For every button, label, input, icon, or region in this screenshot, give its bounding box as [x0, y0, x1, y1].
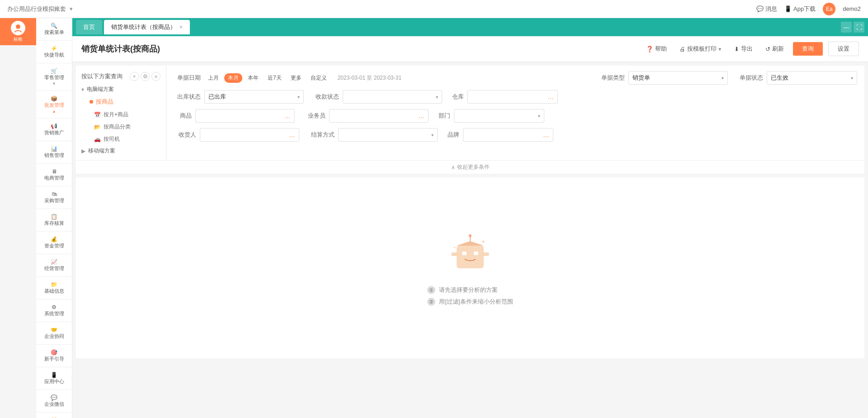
sidebar-item-guide[interactable]: 🎯 新手引导	[36, 345, 72, 367]
salesperson-ellipsis[interactable]: …	[418, 112, 425, 119]
doc-type-arrow: ▾	[722, 76, 724, 81]
settlement-select[interactable]: ▾	[338, 128, 438, 142]
export-btn[interactable]: ⬇ 导出	[731, 43, 756, 55]
svg-text:✦: ✦	[481, 239, 485, 244]
out-status-select[interactable]: 已出库 ▾	[204, 90, 304, 104]
basic-icon: 📁	[51, 281, 57, 288]
brand-ellipsis[interactable]: …	[543, 131, 549, 138]
user-avatar[interactable]: Ea	[823, 3, 835, 15]
filter-row-2: 出库状态 已出库 ▾ 收款状态 ▾ 仓库	[174, 90, 857, 104]
warehouse-input[interactable]: …	[467, 90, 558, 104]
scheme-item-bygoods[interactable]: 按商品	[76, 95, 166, 109]
sidebar-item-retail[interactable]: 🛒 零售管理 ▾	[36, 63, 72, 91]
salesperson-label: 业务员	[298, 112, 326, 120]
scheme-subitem-driver[interactable]: 🚗 按司机	[76, 133, 166, 145]
brand-input[interactable]: …	[463, 128, 553, 142]
driver-icon: 🚗	[94, 136, 101, 142]
sidebar-item-appcenter[interactable]: 📱 应用中心	[36, 367, 72, 390]
active-dot	[90, 100, 93, 104]
tab-bar: 首页 销货单统计表（按商品） × — ⛶	[72, 18, 868, 36]
sidebar-item-sales[interactable]: 📊 销售管理	[36, 141, 72, 164]
sidebar-label-operation: 经营管理	[44, 265, 64, 272]
industry-dropdown-icon[interactable]: ▾	[70, 5, 73, 12]
user-name[interactable]: demo2	[843, 5, 861, 12]
doc-status-label: 单据状态	[731, 74, 763, 82]
help-icon: ❓	[646, 46, 653, 52]
message-btn[interactable]: 💬 消息	[756, 5, 777, 13]
filter-row-1: 单据日期 上月 本月 本年 近7天 更多 自定义 20	[174, 71, 857, 85]
sidebar-item-wechat[interactable]: 💬 企业微信	[36, 390, 72, 413]
tab-home[interactable]: 首页	[76, 20, 102, 34]
tip2-text: 用[过滤]条件来缩小分析范围	[439, 298, 513, 306]
salesperson-input[interactable]: …	[329, 109, 429, 123]
date-range-tabs: 上月 本月 本年 近7天 更多 自定义	[204, 73, 330, 83]
goods-input[interactable]: …	[195, 109, 295, 123]
scheme-add-btn[interactable]: +	[130, 72, 139, 81]
sidebar-item-member[interactable]: 👑 畅会员	[36, 413, 72, 418]
tip1-num-text: ①	[429, 287, 434, 293]
settlement-label: 结算方式	[303, 131, 335, 139]
print-btn[interactable]: 🖨 按模板打印 ▾	[676, 43, 725, 55]
sidebar-label-finance: 资金管理	[44, 242, 64, 249]
sidebar-item-inventory[interactable]: 📋 库存核算	[36, 209, 72, 232]
date-tab-custom[interactable]: 自定义	[307, 73, 330, 83]
sidebar-item-basic[interactable]: 📁 基础信息	[36, 277, 72, 299]
collapse-bar[interactable]: ∧ 收起更多条件	[76, 160, 864, 174]
sidebar-item-finance[interactable]: 💰 资金管理	[36, 232, 72, 254]
search-icon: 🔍	[51, 23, 57, 29]
goods-ellipsis[interactable]: …	[284, 112, 291, 119]
date-tab-last-month[interactable]: 上月	[204, 73, 222, 83]
scheme-subitem-monthly[interactable]: 📅 按月+商品	[76, 109, 166, 121]
refresh-btn[interactable]: ↺ 刷新	[762, 43, 788, 55]
doc-type-select[interactable]: 销货单 ▾	[628, 71, 728, 85]
doc-status-select[interactable]: 已生效 ▾	[767, 71, 857, 85]
sidebar-item-ecommerce[interactable]: 🖥 电商管理	[36, 164, 72, 186]
query-btn[interactable]: 查询	[793, 42, 823, 56]
scheme-subitem-category[interactable]: 📂 按商品分类	[76, 121, 166, 133]
scheme-category-mobile[interactable]: ▶ 移动端方案	[76, 145, 166, 157]
filter-row-3: 商品 … 业务员 … 部门	[174, 109, 857, 123]
logo-area: 标账	[0, 18, 36, 45]
tab-active[interactable]: 销货单统计表（按商品） ×	[104, 20, 190, 34]
mobile-category-expand-icon: ▶	[81, 148, 85, 154]
svg-rect-6	[451, 252, 458, 256]
receipt-status-select[interactable]: ▾	[343, 90, 442, 104]
sidebar-item-search[interactable]: 🔍 搜索菜单	[36, 18, 72, 41]
svg-rect-1	[457, 246, 484, 268]
add-icon: +	[132, 73, 136, 80]
purchase-icon: 🛍	[52, 191, 57, 197]
scheme-category-pc[interactable]: ▾ 电脑端方案	[76, 84, 166, 95]
settings-btn[interactable]: 设置	[828, 42, 859, 56]
wholesale-expand-icon: ▴	[53, 109, 55, 114]
department-select[interactable]: ▾	[454, 109, 544, 123]
consignee-ellipsis[interactable]: …	[289, 131, 295, 138]
sidebar-item-marketing[interactable]: 📢 营销推广	[36, 119, 72, 141]
date-tab-more[interactable]: 更多	[287, 73, 305, 83]
filter-body: 按以下方案查询 + ⚙ «	[76, 66, 864, 160]
tab-close-btn[interactable]: ×	[179, 24, 183, 30]
app-download-btn[interactable]: 📱 App下载	[784, 5, 816, 13]
empty-tip-1: ① 请先选择要分析的方案	[427, 286, 513, 294]
scheme-collapse-btn[interactable]: «	[151, 72, 160, 81]
date-tab-this-year[interactable]: 本年	[244, 73, 262, 83]
retail-icon: 🛒	[51, 68, 57, 74]
pc-category-label: 电脑端方案	[87, 86, 114, 93]
sidebar-item-purchase[interactable]: 🛍 采购管理	[36, 186, 72, 209]
sidebar-item-enterprise[interactable]: 🤝 企业协同	[36, 322, 72, 345]
scheme-subitem-driver-label: 按司机	[104, 135, 120, 143]
tab-minimize-btn[interactable]: —	[841, 22, 852, 33]
date-tab-7days[interactable]: 近7天	[264, 73, 285, 83]
sidebar-item-quicknav[interactable]: ⚡ 快捷导航	[36, 41, 72, 63]
warehouse-ellipsis[interactable]: …	[547, 93, 554, 100]
help-btn[interactable]: ❓ 帮助	[642, 43, 670, 55]
tab-maximize-btn[interactable]: ⛶	[854, 22, 864, 33]
avatar-initials: Ea	[826, 6, 833, 12]
date-tab-this-month[interactable]: 本月	[224, 73, 242, 83]
consignee-input[interactable]: …	[200, 128, 299, 142]
scheme-settings-btn[interactable]: ⚙	[141, 72, 150, 81]
sidebar-item-operation[interactable]: 📈 经营管理	[36, 254, 72, 277]
sidebar-item-system[interactable]: ⚙ 系统管理	[36, 299, 72, 322]
svg-rect-7	[483, 252, 489, 256]
sidebar-item-wholesale[interactable]: 📦 批发管理 ▴	[36, 91, 72, 119]
sidebar: 🔍 搜索菜单 ⚡ 快捷导航 🛒 零售管理 ▾ 📦 批发管理 ▴ 📢 营销推广 📊…	[36, 18, 72, 418]
